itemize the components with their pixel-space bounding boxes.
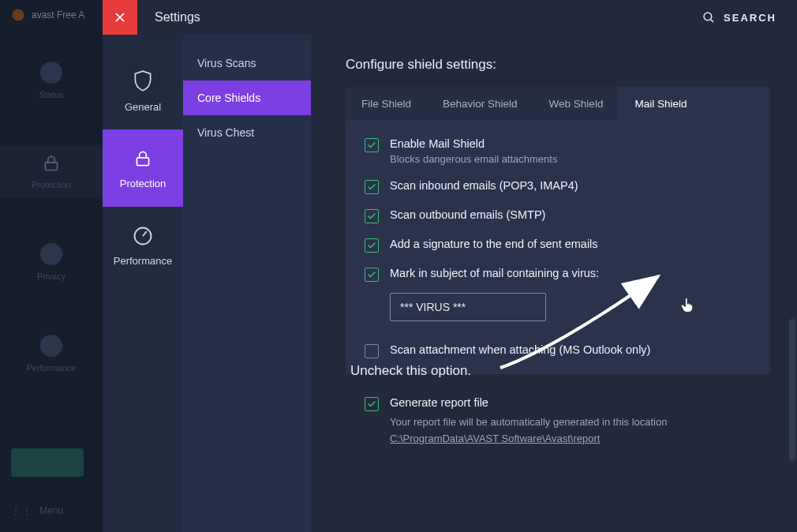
tab-label: File Shield <box>361 98 411 110</box>
check-icon <box>367 399 376 409</box>
sidebar-item-label: Protection <box>32 180 71 189</box>
lock-icon <box>41 153 62 174</box>
submenu-virus-chest[interactable]: Virus Chest <box>183 115 311 150</box>
option-mark-subject[interactable]: Mark in subject of mail containing a vir… <box>365 267 751 282</box>
category-label: General <box>125 101 161 113</box>
sidebar-item-label: Performance <box>27 363 77 373</box>
option-label: Mark in subject of mail containing a vir… <box>390 267 599 279</box>
checkbox-checked[interactable] <box>365 268 379 282</box>
category-label: Protection <box>120 178 167 189</box>
scrollbar-thumb[interactable] <box>789 319 795 461</box>
report-path-link[interactable]: C:\ProgramData\AVAST Software\Avast\repo… <box>390 433 770 444</box>
menu-dots-icon: ⋮⋮ <box>11 505 33 516</box>
status-icon <box>40 62 62 84</box>
option-sublabel: Blocks dangerous email attachments <box>390 153 557 165</box>
check-icon <box>367 270 376 279</box>
search-label: SEARCH <box>724 12 776 24</box>
checkbox-checked[interactable] <box>365 180 379 194</box>
option-label: Scan outbound emails (SMTP) <box>390 208 545 221</box>
checkbox-checked[interactable] <box>365 397 379 411</box>
category-label: Performance <box>114 255 172 267</box>
category-performance[interactable]: Performance <box>103 207 183 284</box>
check-icon <box>367 212 376 221</box>
option-label: Scan attachment when attaching (MS Outlo… <box>390 343 650 356</box>
check-icon <box>367 182 376 192</box>
close-button[interactable] <box>103 0 137 35</box>
menu-label: Menu <box>39 505 63 516</box>
lock-icon <box>133 148 153 170</box>
sidebar-item-label: Privacy <box>37 272 65 281</box>
shield-tabs: File Shield Behavior Shield Web Shield M… <box>346 87 770 122</box>
privacy-icon <box>40 243 62 265</box>
sidebar-item-status[interactable]: Status <box>0 54 103 107</box>
category-general[interactable]: General <box>103 52 183 129</box>
category-column: General Protection Performance <box>103 35 183 532</box>
gauge-icon <box>132 225 154 247</box>
app-sidebar-dimmed: avast Free A Status Protection Privacy P… <box>0 0 103 532</box>
submenu-virus-scans[interactable]: Virus Scans <box>183 46 311 81</box>
sidebar-item-protection[interactable]: Protection <box>0 145 103 197</box>
option-scan-attachment[interactable]: Scan attachment when attaching (MS Outlo… <box>365 343 751 358</box>
brand: avast Free A <box>0 0 103 30</box>
virus-subject-input[interactable] <box>390 293 546 321</box>
option-add-signature[interactable]: Add a signature to the end of sent email… <box>365 238 751 253</box>
tab-label: Behavior Shield <box>443 98 518 110</box>
submenu-label: Core Shields <box>197 92 260 104</box>
submenu-column: Virus Scans Core Shields Virus Chest <box>183 35 311 532</box>
option-scan-outbound[interactable]: Scan outbound emails (SMTP) <box>365 208 751 223</box>
tab-mail-shield[interactable]: Mail Shield <box>619 87 702 121</box>
checkbox-unchecked[interactable] <box>365 344 379 358</box>
settings-modal: Settings SEARCH General Protection Perfo… <box>103 0 797 532</box>
performance-icon <box>40 335 62 357</box>
brand-text: avast Free A <box>32 9 84 21</box>
avast-logo-icon <box>11 8 25 22</box>
check-icon <box>367 241 376 250</box>
report-sublabel: Your report file will be automatically g… <box>390 416 770 428</box>
menu-button[interactable]: ⋮⋮ Menu <box>11 505 63 516</box>
report-section: Generate report file Your report file wi… <box>346 396 770 444</box>
submenu-label: Virus Scans <box>197 57 256 69</box>
check-icon <box>367 140 376 150</box>
submenu-core-shields[interactable]: Core Shields <box>183 81 311 115</box>
search-button[interactable]: SEARCH <box>702 10 776 24</box>
checkbox-checked[interactable] <box>365 238 379 253</box>
tab-web-shield[interactable]: Web Shield <box>533 87 619 121</box>
option-label: Scan inbound emails (POP3, IMAP4) <box>390 179 578 192</box>
svg-point-2 <box>704 13 712 21</box>
close-icon <box>114 11 126 24</box>
tab-behavior-shield[interactable]: Behavior Shield <box>427 87 533 121</box>
primary-action-button[interactable] <box>11 448 84 477</box>
sidebar-item-performance[interactable]: Performance <box>0 327 103 380</box>
option-label: Enable Mail Shield <box>390 137 557 150</box>
option-generate-report[interactable]: Generate report file <box>365 396 770 411</box>
content-heading: Configure shield settings: <box>346 57 770 73</box>
option-scan-inbound[interactable]: Scan inbound emails (POP3, IMAP4) <box>365 179 751 194</box>
search-icon <box>702 10 716 24</box>
modal-header: Settings SEARCH <box>103 0 797 35</box>
tab-label: Web Shield <box>549 98 604 110</box>
option-label: Generate report file <box>390 396 488 409</box>
sidebar-item-label: Status <box>39 90 63 99</box>
svg-rect-1 <box>45 163 57 170</box>
option-label: Add a signature to the end of sent email… <box>390 238 598 250</box>
category-protection[interactable]: Protection <box>103 129 183 207</box>
annotation-text: Uncheck this option. <box>350 363 471 379</box>
submenu-label: Virus Chest <box>197 126 254 139</box>
shield-panel: File Shield Behavior Shield Web Shield M… <box>346 87 770 374</box>
checkbox-checked[interactable] <box>365 209 379 223</box>
content-area: Configure shield settings: File Shield B… <box>311 35 797 532</box>
shield-outline-icon <box>132 69 154 93</box>
sidebar-item-privacy[interactable]: Privacy <box>0 235 103 289</box>
modal-title: Settings <box>155 10 200 24</box>
svg-point-0 <box>13 9 24 21</box>
tab-file-shield[interactable]: File Shield <box>346 87 427 121</box>
checkbox-checked[interactable] <box>365 138 379 152</box>
tab-label: Mail Shield <box>634 98 687 110</box>
option-enable-mail-shield[interactable]: Enable Mail Shield Blocks dangerous emai… <box>365 137 751 165</box>
svg-rect-3 <box>137 157 148 165</box>
